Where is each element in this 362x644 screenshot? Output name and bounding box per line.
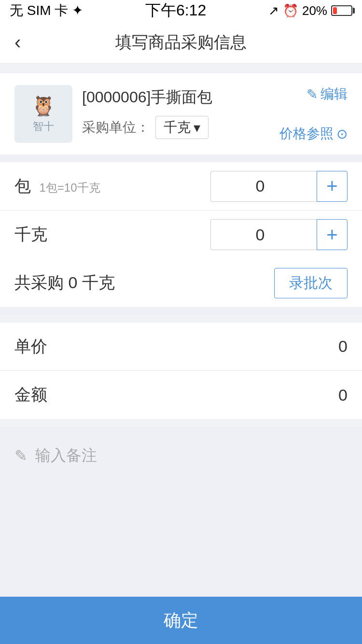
- summary-text: 共采购 0 千克: [14, 272, 115, 294]
- divider-2: [0, 307, 362, 315]
- unit-price-row: 单价 0: [0, 322, 362, 371]
- bag-qty-wrap: +: [210, 171, 348, 202]
- help-icon: ⊙: [336, 126, 348, 142]
- kg-label: 千克: [14, 224, 210, 246]
- battery-icon: [331, 5, 352, 16]
- product-logo-icon: 🦉: [31, 95, 56, 117]
- status-time: 下午6:12: [145, 0, 206, 21]
- confirm-button[interactable]: 确定: [0, 597, 362, 644]
- input-section: 包 1包=10千克 + 千克 +: [0, 162, 362, 259]
- kg-quantity-input[interactable]: [210, 219, 317, 250]
- edit-button[interactable]: ✎ 编辑: [306, 85, 348, 103]
- product-card: 🦉 智十 [0000006]手撕面包 采购单位： 千克 ▾ ✎ 编辑 价格参照 …: [0, 73, 362, 154]
- status-left: 无 SIM 卡 ✦: [10, 1, 83, 20]
- unit-price-label: 单价: [14, 336, 47, 358]
- alarm-icon: ⏰: [283, 3, 298, 18]
- bag-label: 包: [14, 177, 31, 195]
- bag-label-wrap: 包 1包=10千克: [14, 175, 210, 197]
- price-ref-button[interactable]: 价格参照 ⊙: [279, 125, 348, 143]
- kg-plus-button[interactable]: +: [317, 219, 348, 250]
- note-placeholder: 输入备注: [35, 445, 97, 466]
- amount-value: 0: [338, 386, 348, 405]
- brand-text: 智十: [33, 119, 54, 134]
- product-image: 🦉 智十: [14, 85, 72, 143]
- bag-sublabel: 1包=10千克: [39, 181, 100, 194]
- note-section[interactable]: ✎ 输入备注: [0, 427, 362, 485]
- nav-bar: ‹ 填写商品采购信息: [0, 21, 362, 64]
- back-button[interactable]: ‹: [14, 31, 21, 53]
- status-bar: 无 SIM 卡 ✦ 下午6:12 ↗ ⏰ 20%: [0, 0, 362, 21]
- summary-row: 共采购 0 千克 录批次: [0, 259, 362, 307]
- location-icon: ↗: [268, 3, 279, 18]
- unit-price-value: 0: [338, 337, 348, 356]
- battery-percent: 20%: [302, 3, 327, 18]
- bag-quantity-input[interactable]: [210, 171, 317, 202]
- edit-label: 编辑: [320, 85, 348, 103]
- amount-label: 金额: [14, 384, 47, 406]
- amount-row: 金额 0: [0, 371, 362, 419]
- kg-input-row: 千克 +: [0, 210, 362, 259]
- page-title: 填写商品采购信息: [115, 31, 247, 54]
- bag-plus-button[interactable]: +: [317, 171, 348, 202]
- kg-qty-wrap: +: [210, 219, 348, 250]
- bag-input-row: 包 1包=10千克 +: [0, 162, 362, 210]
- pencil-icon: ✎: [14, 447, 28, 465]
- divider-1: [0, 154, 362, 162]
- edit-icon: ✎: [306, 86, 318, 102]
- unit-label: 采购单位：: [82, 118, 150, 137]
- dropdown-icon: ▾: [194, 120, 200, 136]
- price-ref-label: 价格参照: [279, 125, 334, 143]
- status-right: ↗ ⏰ 20%: [268, 3, 352, 18]
- batch-button[interactable]: 录批次: [274, 268, 348, 298]
- sim-label: 无 SIM 卡 ✦: [10, 1, 83, 20]
- unit-value: 千克: [164, 118, 191, 137]
- unit-select[interactable]: 千克 ▾: [155, 116, 209, 139]
- price-section: 单价 0 金额 0: [0, 322, 362, 419]
